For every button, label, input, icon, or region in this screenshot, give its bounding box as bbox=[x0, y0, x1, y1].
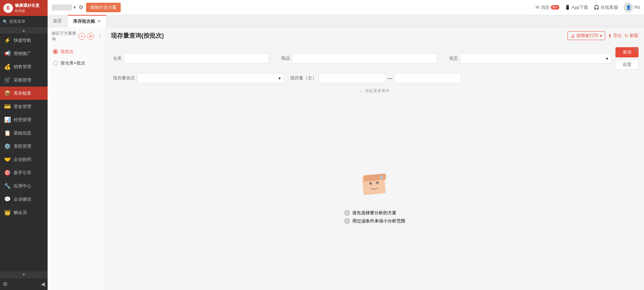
product-input[interactable] bbox=[292, 53, 437, 64]
warehouse-more[interactable]: ··· bbox=[269, 56, 275, 61]
page-content-wrapper: 按以下方案查询 + ⚙ 《 按批次 按仓库+批次 现存量查询(按批次) bbox=[48, 27, 644, 290]
panel-close-button[interactable]: ✕ bbox=[634, 47, 639, 53]
message-badge: 99+ bbox=[551, 5, 559, 10]
sidebar-search[interactable]: 🔍 搜索菜单 bbox=[0, 16, 48, 27]
left-panel: 按以下方案查询 + ⚙ 《 按批次 按仓库+批次 bbox=[48, 27, 105, 290]
sidebar-item-purchase[interactable]: 🛒采购管理 bbox=[0, 73, 48, 87]
qty-from-input[interactable] bbox=[319, 73, 386, 83]
dropdown-chevron-icon: ▾ bbox=[73, 5, 76, 10]
user-initial: 👤 bbox=[626, 5, 631, 10]
sidebar-item-wechat[interactable]: 💬企业微信 bbox=[0, 193, 48, 206]
collapse-more-button[interactable]: ︿ 收起更多条件 bbox=[111, 87, 639, 95]
topbar-dropdown[interactable]: ▾ bbox=[52, 4, 76, 11]
nav-icon-enterprise: 🤝 bbox=[4, 156, 11, 163]
tab-label-home: 首页 bbox=[53, 18, 62, 23]
left-panel-header: 按以下方案查询 + ⚙ 《 bbox=[48, 27, 105, 46]
sidebar-item-system[interactable]: ⚙️系统管理 bbox=[0, 140, 48, 153]
nav-icon-system: ⚙️ bbox=[4, 143, 11, 149]
nav-label-wechat: 企业微信 bbox=[14, 196, 31, 202]
warehouse-filter: 仓库 ··· bbox=[111, 53, 275, 64]
user-profile-button[interactable]: 👤 Rit bbox=[624, 3, 640, 12]
scheme-label-batch: 按批次 bbox=[61, 49, 74, 55]
sidebar-item-inventory[interactable]: 📦库存核算 bbox=[0, 87, 48, 100]
sidebar: 6 畅康通好生意 标准版 🔍 搜索菜单 ▲ ⚡快捷导航📢营销推广💰销售管理🛒采购… bbox=[0, 0, 48, 290]
sidebar-item-basic[interactable]: 📋基础信息 bbox=[0, 126, 48, 140]
tab-label-batch: 库存批次账 bbox=[73, 15, 95, 28]
tip-2-text: 用过滤条件来缩小分析范围 bbox=[352, 218, 405, 224]
sidebar-item-member[interactable]: 👑畅会员 bbox=[0, 206, 48, 219]
inventory-qty-label: 现存量（主） bbox=[288, 75, 319, 81]
qty-to-input[interactable] bbox=[394, 73, 461, 83]
collapse-panel-button[interactable]: 《 bbox=[96, 33, 101, 39]
svg-point-2 bbox=[369, 182, 372, 185]
export-button[interactable]: ⬆ 导出 bbox=[608, 33, 622, 39]
sidebar-scroll-up[interactable]: ▲ bbox=[0, 27, 48, 34]
print-button[interactable]: 🖨 按模板打印 ▾ bbox=[567, 31, 605, 40]
print-icon: 🖨 bbox=[571, 33, 575, 38]
sidebar-item-sales[interactable]: 💰销售管理 bbox=[0, 60, 48, 73]
inventory-qty-range: — bbox=[319, 73, 461, 83]
radio-batch bbox=[53, 49, 58, 54]
scheme-settings-button[interactable]: ⚙ bbox=[87, 33, 94, 40]
inventory-status-select[interactable]: ▾ bbox=[137, 73, 284, 83]
topbar-settings-icon[interactable]: ⚙ bbox=[79, 4, 83, 11]
online-service-label: 在线客服 bbox=[600, 4, 618, 11]
sidebar-item-newbie[interactable]: 🎯新手引导 bbox=[0, 166, 48, 179]
trial-industry-button[interactable]: 体验行业方案 bbox=[86, 3, 121, 12]
tab-close-batch[interactable]: ✕ bbox=[97, 15, 101, 28]
warehouse-input[interactable] bbox=[124, 53, 269, 64]
dropdown-placeholder bbox=[52, 4, 72, 11]
tip-2: 2 用过滤条件来缩小分析范围 bbox=[344, 218, 405, 224]
sidebar-item-appstore[interactable]: 🔧应用中心 bbox=[0, 179, 48, 193]
settings-icon[interactable]: ⚙ bbox=[3, 281, 7, 287]
tab-home[interactable]: 首页 bbox=[48, 15, 68, 27]
scheme-label-warehouse_batch: 按仓库+批次 bbox=[61, 60, 85, 66]
refresh-button[interactable]: ↻ 刷新 bbox=[625, 33, 639, 39]
sidebar-item-marketing[interactable]: 📢营销推广 bbox=[0, 47, 48, 60]
tabbar: 首页库存批次账✕ bbox=[48, 15, 644, 27]
nav-label-enterprise: 企业协同 bbox=[14, 157, 31, 163]
sidebar-scroll-down[interactable]: ▼ bbox=[0, 271, 48, 278]
nav-icon-operation: 📊 bbox=[4, 116, 11, 123]
status-filter: 状态 ▾ bbox=[447, 53, 611, 64]
right-content: 现存量查询(按批次) 🖨 按模板打印 ▾ ⬆ 导出 ↻ 刷新 bbox=[105, 27, 644, 290]
nav-icon-wechat: 💬 bbox=[4, 196, 11, 202]
user-name: Rit bbox=[634, 5, 640, 10]
app-download-button[interactable]: 📱 App下载 bbox=[565, 4, 588, 11]
avatar: 👤 bbox=[624, 3, 633, 12]
message-icon: ✉ bbox=[536, 5, 539, 10]
product-more[interactable]: ··· bbox=[437, 56, 443, 61]
sidebar-item-finance[interactable]: 💳资金管理 bbox=[0, 100, 48, 113]
sidebar-bottom: ⚙ ◀ bbox=[0, 278, 48, 290]
nav-label-operation: 经营管理 bbox=[14, 117, 31, 123]
main-content: ▾ ⚙ 体验行业方案 ✉ 消息 99+ 📱 App下载 🎧 在线客服 👤 bbox=[48, 0, 644, 290]
page-header: 现存量查询(按批次) 🖨 按模板打印 ▾ ⬆ 导出 ↻ 刷新 bbox=[105, 27, 644, 43]
online-service-button[interactable]: 🎧 在线客服 bbox=[594, 4, 618, 11]
radio-warehouse_batch bbox=[53, 61, 58, 66]
settings-button[interactable]: 设置 bbox=[615, 59, 639, 70]
message-button[interactable]: ✉ 消息 99+ bbox=[536, 4, 559, 11]
app-logo: 6 bbox=[3, 3, 13, 13]
nav-label-finance: 资金管理 bbox=[14, 104, 31, 110]
tip-1-num: 1 bbox=[344, 210, 350, 216]
sidebar-item-operation[interactable]: 📊经营管理 bbox=[0, 113, 48, 126]
sidebar-item-shortcut[interactable]: ⚡快捷导航 bbox=[0, 34, 48, 47]
scheme-item-batch[interactable]: 按批次 bbox=[48, 46, 105, 57]
tab-batch[interactable]: 库存批次账✕ bbox=[68, 15, 106, 27]
collapse-sidebar-icon[interactable]: ◀ bbox=[41, 281, 45, 287]
add-scheme-button[interactable]: + bbox=[79, 33, 85, 40]
message-label: 消息 bbox=[541, 4, 549, 11]
sidebar-nav: ⚡快捷导航📢营销推广💰销售管理🛒采购管理📦库存核算💳资金管理📊经营管理📋基础信息… bbox=[0, 34, 48, 271]
status-select[interactable]: ▾ bbox=[460, 53, 611, 64]
tip-1-text: 请先选择要分析的方案 bbox=[352, 210, 396, 216]
sidebar-item-enterprise[interactable]: 🤝企业协同 bbox=[0, 153, 48, 166]
export-label: 导出 bbox=[613, 33, 622, 39]
print-dropdown-icon: ▾ bbox=[600, 33, 602, 38]
left-panel-header-label: 按以下方案查询 bbox=[52, 31, 79, 42]
sidebar-header: 6 畅康通好生意 标准版 bbox=[0, 0, 48, 16]
nav-label-inventory: 库存核算 bbox=[14, 90, 31, 96]
scheme-item-warehouse_batch[interactable]: 按仓库+批次 bbox=[48, 57, 105, 69]
topbar: ▾ ⚙ 体验行业方案 ✉ 消息 99+ 📱 App下载 🎧 在线客服 👤 bbox=[48, 0, 644, 15]
app-download-label: App下载 bbox=[572, 4, 588, 11]
product-filter: 商品 ··· bbox=[279, 53, 443, 64]
